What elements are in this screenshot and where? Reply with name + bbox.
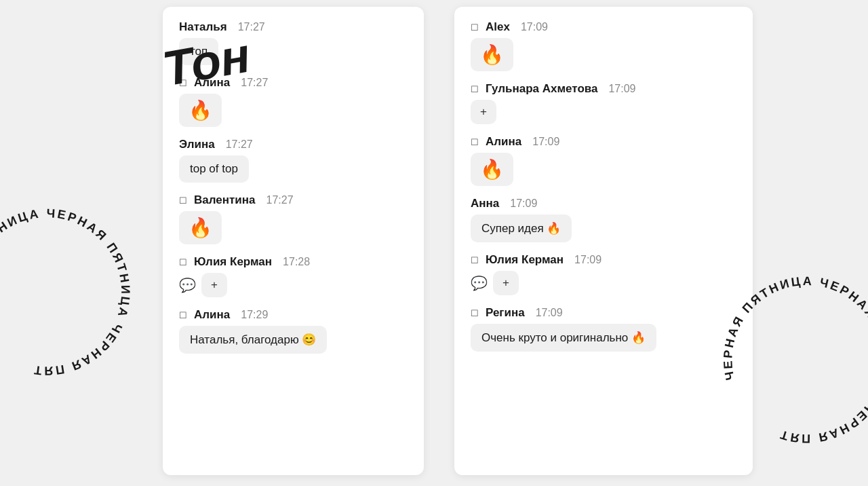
message-bubble-emoji: 🔥 (471, 153, 513, 186)
message-row: ☐ Юлия Керман 17:09 💬 + (471, 253, 736, 295)
message-bubble-emoji: 🔥 (179, 94, 222, 127)
message-row: ☐ Юлия Керман 17:28 💬 + (179, 255, 408, 297)
message-time: 17:09 (536, 307, 563, 319)
message-row: ☐ Алина 17:29 Наталья, благодарю 😊 (179, 308, 408, 354)
reaction-row: 💬 + (471, 271, 736, 295)
message-time: 17:09 (574, 254, 601, 266)
sender-name: Юлия Керман (194, 255, 272, 269)
sender-line: ☐ Юлия Керман 17:28 (179, 255, 408, 269)
message-time: 17:27 (267, 194, 294, 206)
phone-icon: ☐ (179, 195, 187, 206)
sender-name: Анна (471, 197, 499, 210)
phone-icon: ☐ (471, 22, 479, 33)
reaction-row: 💬 + (179, 273, 408, 297)
message-row: ☐ Алина 17:09 🔥 (471, 135, 736, 186)
phone-icon: ☐ (471, 137, 479, 147)
message-row: Анна 17:09 Супер идея 🔥 (471, 197, 736, 242)
reaction-bubble: + (201, 273, 227, 297)
watermark-stamp-left: ЧЕРНАЯ ПЯТНИЦА ЧЕРНАЯ ПЯТНИЦА ЧЕРНАЯ ПЯТ (0, 157, 183, 430)
message-time: 17:27 (226, 138, 253, 151)
message-row: ☐ Alex 17:09 🔥 (471, 20, 736, 71)
phone-icon: ☐ (471, 84, 479, 94)
sender-name: Регина (486, 306, 525, 320)
chat-bubble-icon: 💬 (179, 277, 196, 293)
phone-icon: ☐ (471, 308, 479, 318)
message-bubble: Очень круто и оригинально 🔥 (471, 324, 656, 352)
sender-line: ☐ Регина 17:09 (471, 306, 736, 320)
sender-name: Алина (486, 135, 521, 149)
sender-line: ☐ Валентина 17:27 (179, 193, 408, 207)
message-bubble: Супер идея 🔥 (471, 214, 572, 242)
message-bubble-emoji: 🔥 (179, 211, 222, 244)
sender-line: ☐ Алина 17:09 (471, 135, 736, 149)
sender-name: Алина (194, 308, 230, 322)
message-row: ☐ Гульнара Ахметова 17:09 + (471, 82, 736, 124)
sender-line: ☐ Alex 17:09 (471, 20, 736, 34)
message-row: ☐ Валентина 17:27 🔥 (179, 193, 408, 244)
message-time: 17:09 (532, 136, 559, 148)
phone-icon: ☐ (179, 310, 187, 320)
message-bubble-emoji: 🔥 (471, 38, 513, 71)
message-time: 17:09 (510, 198, 537, 210)
sender-name: Валентина (194, 193, 256, 207)
message-bubble: top of top (179, 155, 249, 183)
sender-name: Alex (486, 20, 510, 34)
right-chat-panel: ☐ Alex 17:09 🔥 ☐ Гульнара Ахметова 17:09… (454, 7, 753, 475)
chat-bubble-icon: 💬 (471, 275, 488, 291)
message-time: 17:09 (608, 83, 635, 95)
sender-name: Гульнара Ахметова (486, 82, 597, 96)
message-bubble: Наталья, благодарю 😊 (179, 326, 327, 354)
message-time: 17:29 (241, 309, 268, 321)
sender-line: ☐ Алина 17:29 (179, 308, 408, 322)
message-time: 17:28 (283, 256, 310, 268)
sender-name: Элина (179, 138, 215, 151)
phone-icon: ☐ (179, 257, 187, 267)
svg-text:ЧЕРНАЯ ПЯТНИЦА ЧЕРНАЯ ПЯТНИЦА : ЧЕРНАЯ ПЯТНИЦА ЧЕРНАЯ ПЯТНИЦА ЧЕРНАЯ ПЯТ (0, 179, 161, 406)
reaction-bubble: + (471, 100, 496, 124)
message-time: 17:09 (521, 21, 548, 33)
sender-line: ☐ Гульнара Ахметова 17:09 (471, 82, 736, 96)
sender-line: Анна 17:09 (471, 197, 736, 210)
phone-icon: ☐ (471, 255, 479, 265)
reaction-bubble: + (493, 271, 519, 295)
message-row: ☐ Регина 17:09 Очень круто и оригинально… (471, 306, 736, 352)
sender-line: Элина 17:27 (179, 138, 408, 151)
sender-line: ☐ Юлия Керман 17:09 (471, 253, 736, 267)
sender-name: Юлия Керман (486, 253, 564, 267)
message-row: Элина 17:27 top of top (179, 138, 408, 183)
